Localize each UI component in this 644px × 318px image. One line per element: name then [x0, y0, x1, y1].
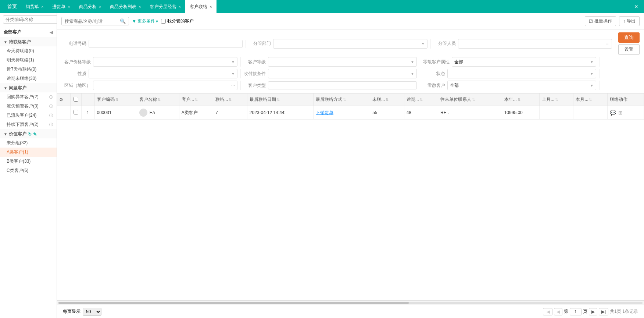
sort-last-month: ⇅	[555, 98, 558, 102]
th-settings[interactable]: ⚙	[57, 93, 70, 106]
settings-button[interactable]: 设置	[618, 44, 640, 55]
close-all-button[interactable]: ×	[631, 3, 641, 11]
sort-not-linked: ⇅	[386, 98, 389, 102]
close-product-list-tab[interactable]: ×	[139, 4, 141, 9]
th-name[interactable]: 客户名称 ⇅	[137, 93, 179, 106]
th-type[interactable]: 客户... ⇅	[179, 93, 213, 106]
info-icon-churn: ⓘ	[49, 104, 53, 109]
price-level-select[interactable]: ▼	[93, 57, 237, 67]
th-overdue[interactable]: 逾期... ⇅	[404, 93, 438, 106]
th-last-method[interactable]: 最后联络方式 ⇅	[314, 93, 370, 106]
last-page-btn[interactable]: ▶|	[599, 308, 608, 315]
status-label: 状态	[423, 71, 445, 77]
sidebar-item-churn-warning[interactable]: 流失预警客户(3) ⓘ	[0, 102, 57, 111]
sidebar-item-today[interactable]: 今天待联络(0)	[0, 46, 57, 56]
export-button[interactable]: ↑ 导出	[619, 16, 640, 26]
th-this-month[interactable]: 本月... ⇅	[573, 93, 607, 106]
retail-customer-select[interactable]: 全部 ▼	[447, 81, 596, 90]
batch-ops-button[interactable]: ☑ 批量操作	[585, 16, 616, 26]
row-overdue-cell: 48	[404, 106, 438, 120]
query-button[interactable]: 查询	[618, 32, 640, 43]
my-customers-checkbox[interactable]: 我分管的客户	[161, 18, 194, 24]
nav-product-list[interactable]: 商品分析列表 ×	[105, 0, 145, 13]
value-customers-group[interactable]: ▼ 价值客户 ↻ ✎	[0, 129, 57, 138]
th-contact[interactable]: 联络... ⇅	[213, 93, 247, 106]
last-method-link[interactable]: 下销货单	[316, 110, 333, 115]
customer-type-input[interactable]	[268, 81, 417, 89]
sidebar-item-7days[interactable]: 近7天待联络(0)	[0, 65, 57, 74]
nav-home[interactable]: 首页	[3, 0, 21, 13]
sidebar-item-class-a[interactable]: A类客户(1)	[0, 148, 57, 157]
nav-customer-segment[interactable]: 客户分层经营 ×	[146, 0, 185, 13]
close-sales-tab[interactable]: ×	[41, 4, 43, 9]
horizontal-scrollbar[interactable]	[57, 300, 644, 305]
nav-sales[interactable]: 销货单 ×	[21, 0, 48, 13]
prev-page-btn[interactable]: ◀	[554, 308, 562, 315]
bottom-bar: 每页显示 50 100 |◀ ◀ 第 页 ▶ ▶| 共1页 1条记录	[57, 305, 644, 318]
payment-select[interactable]: ▼	[268, 69, 417, 78]
main-search-icon[interactable]: 🔍	[120, 18, 126, 24]
main-search-input[interactable]	[65, 19, 120, 24]
sidebar-item-declining[interactable]: 持续下滑客户(2) ⓘ	[0, 120, 57, 129]
nav-customer-contact[interactable]: 客户联络 ×	[185, 0, 216, 13]
total-info-label: 共1页 1条记录	[610, 308, 638, 315]
nav-product-analysis[interactable]: 商品分析 ×	[75, 0, 105, 13]
grid-action-icon[interactable]: ⊞	[618, 110, 623, 116]
more-conditions-btn[interactable]: ▼ 更多条件 ▾	[132, 18, 158, 24]
scrollbar-track	[58, 302, 643, 304]
problem-customers-group[interactable]: ▼ 问题客户	[0, 83, 57, 92]
customer-level-select[interactable]: ▼	[268, 57, 417, 67]
retail-attr-arrow: ▼	[590, 60, 594, 64]
settings-gear-icon[interactable]: ⚙	[59, 97, 63, 102]
table-container: ⚙ 客户编码 ⇅	[57, 93, 644, 300]
sidebar-item-tomorrow[interactable]: 明天待联络(1)	[0, 56, 57, 65]
manager-input[interactable]: ···	[458, 39, 612, 49]
category-search-input[interactable]	[3, 15, 57, 24]
first-page-btn[interactable]: |◀	[543, 308, 552, 315]
th-company-contact[interactable]: 往来单位联系人 ⇅	[438, 93, 502, 106]
th-not-linked[interactable]: 未联... ⇅	[370, 93, 404, 106]
page-number-input[interactable]	[570, 308, 582, 315]
sidebar-item-overdue[interactable]: 逾期未联络(30)	[0, 74, 57, 83]
th-last-month[interactable]: 上月... ⇅	[539, 93, 573, 106]
chat-action-icon[interactable]: 💬	[610, 110, 616, 116]
th-code[interactable]: 客户编码 ⇅	[94, 93, 137, 106]
all-customers-header[interactable]: 全部客户 ◀	[0, 26, 57, 37]
customer-level-label: 客户等级	[244, 59, 266, 65]
sidebar-collapse-icon[interactable]: ◀	[50, 30, 53, 35]
per-page-select[interactable]: 50 100	[83, 308, 101, 316]
sidebar-item-ungrouped[interactable]: 未分组(32)	[0, 138, 57, 148]
status-select[interactable]: ▼	[447, 69, 596, 78]
pending-contact-group[interactable]: ▼ 待联络客户	[0, 37, 57, 46]
group-arrow-problem: ▼	[4, 86, 7, 90]
next-page-btn[interactable]: ▶	[589, 308, 597, 315]
nature-select[interactable]: ▼	[89, 69, 237, 78]
value-group-refresh[interactable]: ↻	[28, 132, 32, 137]
select-all-checkbox[interactable]	[74, 97, 78, 102]
sidebar-item-repurchase[interactable]: 回购异常客户(2) ⓘ	[0, 92, 57, 102]
retail-attr-select[interactable]: 全部 ▼	[452, 57, 596, 67]
my-customers-check[interactable]	[161, 19, 166, 24]
close-segment-tab[interactable]: ×	[179, 4, 181, 9]
row-checkbox[interactable]	[74, 110, 78, 114]
nav-purchase[interactable]: 进货单 ×	[48, 0, 74, 13]
th-this-year[interactable]: 本年... ⇅	[502, 93, 539, 106]
filter-customer-level: 客户等级 ▼	[241, 57, 420, 67]
region-dots: ···	[231, 83, 235, 88]
phone-input[interactable]	[89, 40, 243, 48]
close-contact-tab[interactable]: ×	[210, 4, 212, 9]
region-input[interactable]: ···	[93, 81, 237, 90]
per-page-label: 每页显示	[63, 308, 80, 315]
close-product-tab[interactable]: ×	[99, 4, 101, 9]
sidebar-item-class-b[interactable]: B类客户(33)	[0, 157, 57, 166]
th-last-date[interactable]: 最后联络日期 ⇅	[247, 93, 313, 106]
th-action: 联络动作	[607, 93, 644, 106]
scrollbar-thumb[interactable]	[58, 302, 409, 304]
sidebar-item-churned[interactable]: 已流失客户(24) ⓘ	[0, 111, 57, 120]
row-not-linked-cell: 55	[370, 106, 404, 120]
value-group-edit[interactable]: ✎	[33, 132, 37, 137]
dept-select[interactable]: ▼	[273, 39, 427, 49]
sidebar-item-class-c[interactable]: C类客户(6)	[0, 166, 57, 175]
close-purchase-tab[interactable]: ×	[68, 4, 70, 9]
pagination-area: |◀ ◀ 第 页 ▶ ▶| 共1页 1条记录	[543, 308, 638, 315]
